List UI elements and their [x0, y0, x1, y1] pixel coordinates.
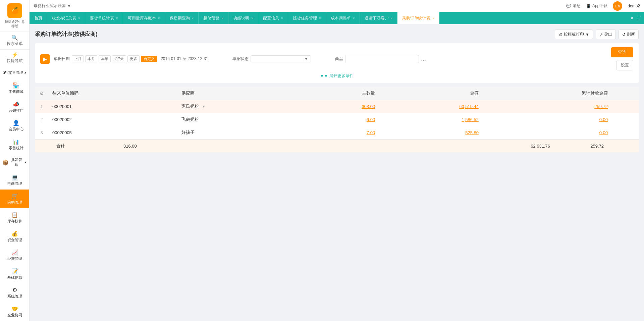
- print-button[interactable]: 🖨 按模板打印 ▼: [555, 30, 593, 39]
- tab-function-guide[interactable]: 功能说明 ×: [228, 12, 258, 24]
- tab-cost-adjust[interactable]: 成本调整单 ×: [326, 12, 360, 24]
- cell-quantity[interactable]: 7.00: [298, 126, 379, 139]
- workspace-dropdown-icon: ▼: [67, 4, 71, 8]
- date-btn-thismonth[interactable]: 本月: [85, 55, 97, 62]
- sidebar-item-finance[interactable]: 💰 资金管理: [0, 227, 29, 246]
- message-action[interactable]: 💬 消息: [566, 3, 581, 9]
- tab-cost-adjust-close[interactable]: ×: [353, 16, 355, 20]
- date-btn-7days[interactable]: 近7天: [112, 55, 126, 62]
- export-button[interactable]: ↗ 导出: [596, 30, 616, 39]
- tab-expiry-close[interactable]: ×: [192, 16, 194, 20]
- tab-receive-send-label: 收发存汇总表: [52, 15, 76, 21]
- filter-goods-label: 商品: [335, 56, 343, 62]
- cell-amount[interactable]: 1,586.52: [379, 113, 483, 126]
- cell-empty: [612, 100, 639, 113]
- footer-label: 合计: [52, 143, 119, 149]
- date-custom-badge[interactable]: 自定义: [141, 56, 157, 62]
- tab-requisition[interactable]: 要货单统计表 ×: [85, 12, 123, 24]
- wholesale-expand-arrow: ▼: [24, 161, 27, 164]
- sidebar-item-basic-info[interactable]: 📝 基础信息: [0, 265, 29, 283]
- tab-close-btn[interactable]: ✕: [630, 15, 634, 21]
- message-label: 消息: [573, 3, 581, 9]
- sidebar-item-member[interactable]: 👤 会员中心: [0, 116, 29, 135]
- footer-amount-area: 62,631.76: [500, 144, 554, 149]
- col-settings-icon[interactable]: ⚙: [40, 91, 44, 96]
- filter-goods-more-icon[interactable]: …: [421, 56, 426, 62]
- cell-amount[interactable]: 525.80: [379, 126, 483, 139]
- tab-requisition-close[interactable]: ×: [116, 16, 118, 20]
- tab-config[interactable]: 配置信息 ×: [258, 12, 288, 24]
- cell-paid[interactable]: 259.72: [483, 100, 612, 113]
- tab-available-inventory-close[interactable]: ×: [158, 16, 160, 20]
- sidebar-item-inventory[interactable]: 📋 库存核算: [0, 208, 29, 227]
- footer-amount: 62,631.76: [531, 144, 550, 149]
- tab-overstock-close[interactable]: ×: [221, 16, 223, 20]
- user-name[interactable]: demo2: [628, 4, 640, 8]
- tab-purchase-summary[interactable]: 采购订单统计表 ×: [397, 12, 439, 24]
- cell-amount[interactable]: 60,519.44: [379, 100, 483, 113]
- cell-code: 00020002: [48, 113, 177, 126]
- filter-status-arrow: ▼: [305, 57, 308, 61]
- tab-config-label: 配置信息: [263, 15, 279, 21]
- date-btn-more[interactable]: 更多: [127, 55, 140, 62]
- sidebar-item-ecommerce[interactable]: 💻 电商管理: [0, 171, 29, 190]
- workspace-selector[interactable]: 母婴行业演示账套 ▼: [34, 3, 71, 9]
- sidebar-group-retail: 🛍 零售管理 ▲ 🏪 零售商城 📣 营销推广 👤 会员中心 📊 零售统计: [0, 66, 29, 154]
- sidebar-item-retail-stats[interactable]: 📊 零售统计: [0, 135, 29, 154]
- tab-function-guide-close[interactable]: ×: [251, 16, 253, 20]
- sidebar-item-marketing[interactable]: 📣 营销推广: [0, 98, 29, 116]
- search-button[interactable]: 查询: [611, 47, 633, 57]
- expand-arrow[interactable]: ▼: [202, 105, 206, 108]
- tab-available-inventory[interactable]: 可用量库存账本 ×: [123, 12, 165, 24]
- cell-empty: [612, 126, 639, 139]
- tab-config-close[interactable]: ×: [281, 16, 283, 20]
- tab-overstock[interactable]: 超储预警 ×: [199, 12, 228, 24]
- tab-receive-send-close[interactable]: ×: [78, 16, 80, 20]
- refresh-icon: ↺: [622, 32, 626, 37]
- app-download-action[interactable]: 📱 App下载: [586, 3, 607, 9]
- cell-quantity[interactable]: 303.00: [298, 100, 379, 113]
- sidebar-item-retail-shop[interactable]: 🏪 零售商城: [0, 79, 29, 98]
- sidebar-item-system[interactable]: ⚙ 系统管理: [0, 283, 29, 302]
- filter-goods-input[interactable]: [348, 57, 416, 61]
- cell-paid[interactable]: 0.00: [483, 126, 612, 139]
- tab-pick-task-label: 拣货任务管理: [293, 15, 317, 21]
- tab-fullscreen-btn[interactable]: ⛶: [637, 15, 641, 21]
- tab-home[interactable]: 首页: [30, 12, 47, 24]
- tab-cost-adjust-label: 成本调整单: [331, 15, 351, 21]
- tab-receive-send[interactable]: 收发存汇总表 ×: [47, 12, 85, 24]
- cell-quantity[interactable]: 6.00: [298, 113, 379, 126]
- col-amount-header: 金额: [379, 87, 483, 100]
- date-btn-thisyear[interactable]: 本年: [99, 55, 111, 62]
- avatar[interactable]: Ea: [613, 1, 622, 11]
- expand-more-button[interactable]: ▼▼ 展开更多条件: [320, 73, 354, 79]
- sidebar-item-purchase[interactable]: 🛒 采购管理: [0, 190, 29, 208]
- filter-date-field: 单据日期 上月 本月 本年 近7天 更多 自定义 2016-01-01 至 20…: [54, 55, 208, 62]
- tab-expiry[interactable]: 保质期查询 ×: [165, 12, 199, 24]
- settings-button[interactable]: 设置: [616, 60, 633, 70]
- col-expand-header: [612, 87, 639, 100]
- tab-invite-downstream-close[interactable]: ×: [391, 16, 393, 20]
- sidebar-item-enterprise-collab[interactable]: 🤝 企业协同: [0, 302, 29, 321]
- tab-purchase-summary-close[interactable]: ×: [432, 16, 434, 20]
- tab-function-guide-label: 功能说明: [233, 15, 249, 21]
- logo-area: 🍊 畅捷通好生意 标版: [0, 0, 29, 32]
- sidebar-item-wholesale[interactable]: 📦 批发管理 ▼: [0, 154, 29, 171]
- filter-toggle-button[interactable]: ▶: [40, 54, 50, 64]
- col-supplier-header: 供应商: [177, 87, 299, 100]
- tab-pick-task-close[interactable]: ×: [319, 16, 321, 20]
- expand-label: 展开更多条件: [329, 73, 354, 79]
- date-btn-lastmonth[interactable]: 上月: [72, 55, 84, 62]
- tab-invite-downstream[interactable]: 邀请下游客户 ×: [360, 12, 398, 24]
- refresh-button[interactable]: ↺ 刷新: [619, 30, 639, 39]
- page-actions: 🖨 按模板打印 ▼ ↗ 导出 ↺ 刷新: [555, 30, 639, 39]
- sidebar-item-operations[interactable]: 📈 经营管理: [0, 246, 29, 265]
- cell-paid[interactable]: 0.00: [483, 113, 612, 126]
- filter-status-select[interactable]: ▼: [251, 55, 311, 62]
- sidebar-item-retail[interactable]: 🛍 零售管理 ▲: [0, 66, 29, 79]
- print-label: 按模板打印: [564, 32, 584, 37]
- footer-paid: 259.72: [590, 144, 604, 149]
- sidebar-search-item[interactable]: 🔍 搜索菜单: [0, 32, 29, 50]
- tab-pick-task[interactable]: 拣货任务管理 ×: [288, 12, 326, 24]
- sidebar-quicknav-item[interactable]: ⚡ 快捷导航: [0, 50, 29, 66]
